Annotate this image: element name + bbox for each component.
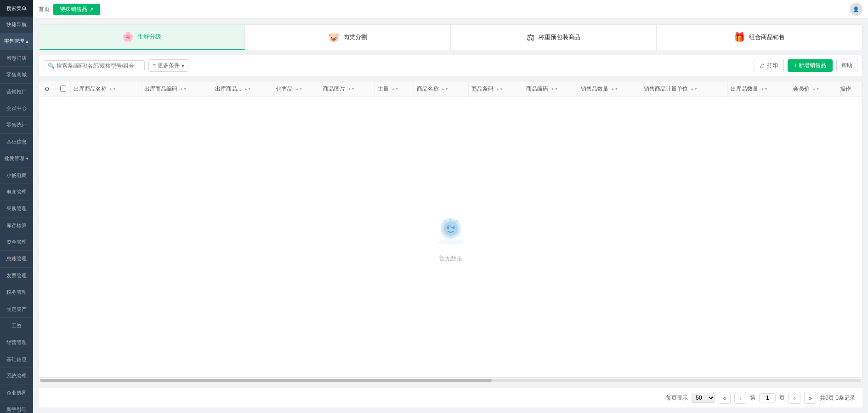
sort-arrows-13[interactable]: ▲▼: [812, 87, 820, 91]
sidebar-item-basic-info[interactable]: 基础信息: [0, 134, 33, 150]
active-tab[interactable]: 特殊销售品 ×: [53, 4, 100, 15]
sidebar-item-basic-info2[interactable]: 基础信息: [0, 351, 33, 368]
prev-page-button[interactable]: ‹: [734, 392, 746, 404]
table-header-row: ⚙ 出库商品名称 ▲▼ 出库商品编码 ▲▼: [39, 81, 862, 97]
home-breadcrumb[interactable]: 首页: [39, 6, 50, 13]
th-gear[interactable]: ⚙: [39, 81, 56, 97]
sidebar-item-tax-mgmt[interactable]: 税务管理: [0, 284, 33, 301]
sidebar-item-smart-store[interactable]: 智慧门店: [0, 50, 33, 67]
category-tabs: 🌸 生鲜分级 🐷 肉类分割 ⚖ 称重预包装商品 🎁 组合商品销售: [39, 24, 862, 50]
sort-arrows-8[interactable]: ▲▼: [496, 87, 503, 91]
pagination: 每页显示 50 100 200 « ‹ 第 页 › » 共0页 0条记录: [39, 388, 862, 407]
sidebar-item-retail-stats[interactable]: 零售统计: [0, 117, 33, 133]
data-table: ⚙ 出库商品名称 ▲▼ 出库商品编码 ▲▼: [39, 81, 862, 383]
search-icon: 🔍: [48, 63, 55, 69]
th-checkbox[interactable]: [56, 81, 70, 97]
sort-arrows-2[interactable]: ▲▼: [180, 87, 187, 91]
sort-arrows-10[interactable]: ▲▼: [611, 87, 618, 91]
th-member-price: 会员价 ▲▼: [790, 81, 837, 97]
horizontal-scrollbar[interactable]: [39, 377, 862, 383]
toolbar: 🔍 ≡ 更多条件 ▾ 🖨 打印 + 新增销售品 帮助: [39, 55, 862, 76]
topbar: 首页 特殊销售品 × 👤: [33, 0, 868, 19]
sidebar-item-capital-mgmt[interactable]: 资金管理: [0, 234, 33, 251]
svg-point-3: [447, 226, 449, 229]
th-main-weight: 主量 ▲▼: [375, 81, 414, 97]
sort-arrows-3[interactable]: ▲▼: [244, 87, 251, 91]
toolbar-right: 🖨 打印 + 新增销售品 帮助: [754, 59, 857, 72]
sort-arrows-11[interactable]: ▲▼: [690, 87, 698, 91]
sort-arrows-6[interactable]: ▲▼: [391, 87, 399, 91]
column-settings-icon: ⚙: [45, 86, 50, 92]
sidebar-item-inventory[interactable]: 库存核算: [0, 218, 33, 234]
tab-weight-prepack-label: 称重预包装商品: [539, 33, 580, 41]
filter-label: 更多条件: [158, 62, 180, 69]
select-all-checkbox[interactable]: [60, 86, 66, 92]
filter-button[interactable]: ≡ 更多条件 ▾: [148, 59, 188, 72]
printer-icon: 🖨: [760, 63, 765, 69]
svg-point-4: [452, 226, 454, 229]
per-page-select[interactable]: 50 100 200: [692, 393, 715, 403]
tab-weight-prepack[interactable]: ⚖ 称重预包装商品: [451, 25, 657, 50]
tab-combo-sales-label: 组合商品销售: [749, 33, 785, 41]
help-button[interactable]: 帮助: [836, 59, 857, 72]
page-number-input[interactable]: [759, 393, 776, 402]
last-page-button[interactable]: »: [804, 392, 816, 404]
first-page-icon: «: [723, 395, 726, 402]
close-tab-icon[interactable]: ×: [90, 6, 94, 12]
sidebar-item-sys-mgmt[interactable]: 系统管理: [0, 368, 33, 384]
sort-arrows-12[interactable]: ▲▼: [760, 87, 768, 91]
tab-meat-cutting[interactable]: 🐷 肉类分割: [245, 25, 451, 50]
search-box[interactable]: 🔍: [44, 60, 145, 71]
empty-icon: [432, 212, 469, 249]
sidebar-item-ledger-mgmt[interactable]: 总账管理: [0, 251, 33, 267]
first-page-button[interactable]: «: [719, 392, 731, 404]
tab-fresh-grading-label: 生鲜分级: [137, 33, 161, 41]
add-product-button[interactable]: + 新增销售品: [788, 59, 833, 72]
sidebar-item-wholesale-mgmt[interactable]: 批发管理 ▼: [0, 150, 33, 167]
empty-text: 暂无数据: [439, 254, 463, 263]
th-op: 操作: [837, 81, 862, 97]
arrow-icon-2: ▼: [25, 156, 29, 162]
next-page-button[interactable]: ›: [789, 392, 800, 404]
combo-sales-icon: 🎁: [734, 32, 745, 43]
sort-arrows[interactable]: ▲▼: [109, 87, 116, 91]
th-product-code: 商品编码 ▲▼: [523, 81, 578, 97]
tab-meat-cutting-label: 肉类分割: [343, 33, 367, 41]
arrow-icon: ▲: [25, 39, 29, 45]
sort-arrows-4[interactable]: ▲▼: [295, 87, 303, 91]
main-content: 首页 特殊销售品 × 👤 🌸 生鲜分级 🐷 肉类分割 ⚖ 称重预包装商品: [33, 0, 868, 413]
sidebar-item-invoice-mgmt[interactable]: 发票管理: [0, 268, 33, 284]
th-out-qty: 出库品数量 ▲▼: [727, 81, 790, 97]
th-out-product-x: 出库商品... ▲▼: [212, 81, 273, 97]
search-input[interactable]: [57, 63, 139, 69]
sidebar-item-retail-mgmt[interactable]: 零售管理 ▲: [0, 33, 33, 50]
sidebar-item-purchase-mgmt[interactable]: 采购管理: [0, 201, 33, 217]
sidebar-item-mini-ecommerce[interactable]: 小畅电商: [0, 167, 33, 184]
sort-arrows-5[interactable]: ▲▼: [347, 87, 355, 91]
th-product-image: 商品图片 ▲▼: [320, 81, 375, 97]
sidebar-item-new-user[interactable]: 新手引导: [0, 402, 33, 413]
sidebar-item-quick-nav[interactable]: 快捷导航: [0, 17, 33, 33]
sidebar-item-member-center[interactable]: 会员中心: [0, 100, 33, 117]
tab-combo-sales[interactable]: 🎁 组合商品销售: [657, 25, 862, 50]
fresh-grading-icon: 🌸: [122, 31, 134, 42]
sidebar-item-corp-agreement[interactable]: 企业协同: [0, 385, 33, 402]
th-sale-product: 销售品 ▲▼: [273, 81, 320, 97]
sidebar-item-wages[interactable]: 工资: [0, 318, 33, 334]
sidebar-item-retail-mall[interactable]: 零售商城: [0, 67, 33, 83]
print-button[interactable]: 🖨 打印: [754, 59, 784, 72]
sidebar-item-ecommerce-mgmt[interactable]: 电商管理: [0, 184, 33, 201]
weight-prepack-icon: ⚖: [527, 32, 535, 43]
sidebar-item-ops-mgmt[interactable]: 经营管理: [0, 334, 33, 351]
sidebar-item-fixed-assets[interactable]: 固定资产: [0, 301, 33, 318]
sidebar-item-sales-promo[interactable]: 营销推广: [0, 84, 33, 100]
sort-arrows-9[interactable]: ▲▼: [551, 87, 558, 91]
tab-fresh-grading[interactable]: 🌸 生鲜分级: [39, 25, 245, 50]
per-page-label: 每页显示: [666, 394, 688, 402]
active-tab-label: 特殊销售品: [60, 6, 87, 13]
scrollbar-thumb: [40, 379, 492, 382]
last-page-icon: »: [809, 395, 812, 402]
sort-arrows-7[interactable]: ▲▼: [441, 87, 448, 91]
total-label: 共0页 0条记录: [820, 394, 855, 402]
page-content: 🌸 生鲜分级 🐷 肉类分割 ⚖ 称重预包装商品 🎁 组合商品销售 🔍: [33, 19, 868, 413]
